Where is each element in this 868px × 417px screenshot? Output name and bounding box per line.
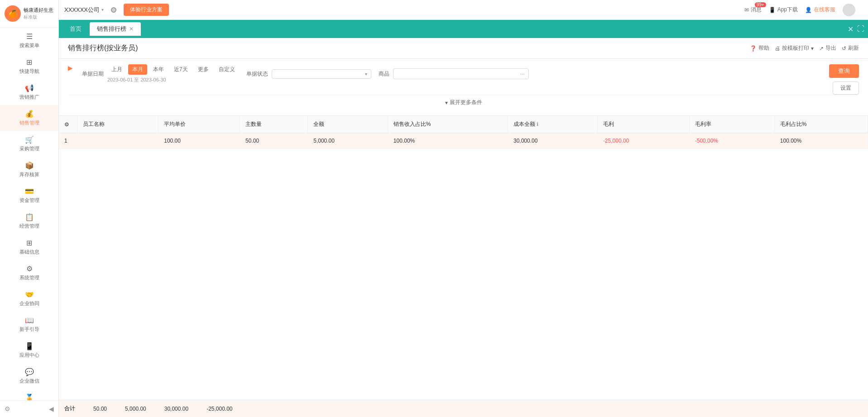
sidebar-item-label: 资金管理 (19, 197, 39, 204)
tab-close-icon[interactable]: ✕ (129, 26, 134, 32)
table-head: ⚙ 员工名称 平均单价 主数量 全额 销售收入占比% 成本全额 ℹ 毛利 毛利率… (59, 116, 868, 133)
sidebar-item-enterprise[interactable]: 🤝 企业协同 (0, 286, 58, 312)
tab-bar-close-icon[interactable]: ✕ (848, 25, 854, 34)
help-label: 帮助 (758, 44, 769, 52)
date-tab-this-year[interactable]: 本年 (149, 64, 168, 75)
header-settings-button[interactable] (107, 4, 120, 16)
sales-icon: 💰 (25, 110, 34, 118)
cell-gross-rate: -500.00% (689, 133, 774, 149)
sidebar-item-shortcut[interactable]: ⊞ 快捷导航 (0, 53, 58, 79)
sidebar-item-purchase[interactable]: 🛒 采购管理 (0, 131, 58, 157)
tab-bar-expand-icon[interactable]: ⛶ (857, 25, 864, 33)
footer-qty: 50.00 (93, 406, 107, 412)
table-row: 1 100.00 50.00 5,000.00 100.00% 30,000.0… (59, 133, 868, 149)
logo-text: 畅康通好生意 (24, 7, 53, 14)
sidebar-item-label: 企业微信 (19, 378, 39, 384)
date-tab-last-month[interactable]: 上月 (107, 64, 126, 75)
cell-amount: 5,000.00 (308, 133, 388, 149)
sidebar-item-apps[interactable]: 📱 应用中心 (0, 337, 58, 363)
sidebar-collapse-icon[interactable]: ◀ (49, 405, 54, 412)
sidebar-item-search[interactable]: ☰ 搜索菜单 (0, 28, 58, 53)
footer-label: 合计 (64, 405, 75, 412)
wechat-icon: 💬 (25, 368, 34, 376)
sidebar-item-marketing[interactable]: 📢 营销推广 (0, 79, 58, 105)
tab-home-label: 首页 (70, 25, 82, 33)
expand-more-button[interactable]: ▾ 展开更多条件 (445, 99, 482, 106)
sidebar-item-basic[interactable]: ⊞ 基础信息 (0, 234, 58, 260)
sidebar: 🍊 畅康通好生意 标准版 ☰ 搜索菜单 ⊞ 快捷导航 📢 营销推广 💰 销售管理… (0, 0, 59, 417)
purchase-icon: 🛒 (25, 135, 34, 144)
refresh-button[interactable]: ↺ 刷新 (842, 44, 859, 52)
print-icon: 🖨 (775, 45, 780, 52)
header-service-button[interactable]: 👤 在线客服 (805, 6, 835, 14)
apps-icon: 📱 (25, 342, 34, 350)
footer-amount-value: 5,000.00 (125, 406, 146, 412)
status-label: 单据状态 (246, 70, 268, 78)
shortcut-icon: ⊞ (26, 58, 32, 67)
col-cost: 成本全额 ℹ (508, 116, 598, 133)
footer-cost: 30,000.00 (164, 406, 188, 412)
print-button[interactable]: 🖨 按模板打印 ▾ (775, 44, 814, 52)
service-icon: 👤 (805, 7, 812, 13)
date-tab-7days[interactable]: 近7天 (170, 64, 192, 75)
page-actions: ❓ 帮助 🖨 按模板打印 ▾ ↗ 导出 ↺ 刷新 (750, 44, 859, 52)
print-chevron-icon: ▾ (811, 45, 814, 52)
sidebar-item-label: 系统管理 (19, 274, 39, 281)
finance-icon: 💳 (25, 187, 34, 196)
tab-home[interactable]: 首页 (62, 22, 89, 36)
date-tab-this-month[interactable]: 本月 (128, 64, 147, 75)
sidebar-item-finance[interactable]: 💳 资金管理 (0, 182, 58, 208)
date-tab-more[interactable]: 更多 (194, 64, 213, 75)
guide-icon: 📖 (25, 316, 34, 325)
date-tabs: 上月 本月 本年 近7天 更多 自定义 (107, 64, 239, 75)
col-gross-rate: 毛利率 (689, 116, 774, 133)
sidebar-item-system[interactable]: ⚙ 系统管理 (0, 260, 58, 286)
filter-settings-button[interactable]: 设置 (833, 81, 859, 95)
table-footer: 合计 50.00 5,000.00 30,000.00 -25,000.00 (59, 400, 868, 417)
footer-qty-value: 50.00 (93, 406, 107, 412)
footer-gross-value: -25,000.00 (206, 406, 232, 412)
export-icon: ↗ (819, 45, 824, 52)
arrow-icon: ▶ (68, 64, 73, 72)
top-header: XXXXXX公司 ▾ 体验行业方案 ✉ 消息 99+ 📱 App下载 👤 在线客… (59, 0, 868, 20)
col-qty: 主数量 (240, 116, 308, 133)
goods-more-icon[interactable]: ··· (520, 71, 525, 77)
logo: 🍊 畅康通好生意 标准版 (0, 0, 58, 28)
cell-gross: -25,000.00 (597, 133, 689, 149)
sidebar-item-label: 采购管理 (19, 145, 39, 152)
header-app-button[interactable]: 📱 App下载 (769, 6, 798, 14)
status-select[interactable]: ▾ (272, 69, 371, 79)
trial-button[interactable]: 体验行业方案 (124, 4, 169, 16)
sidebar-item-member[interactable]: 🏅 畅会员 (0, 389, 58, 400)
page-header: 销售排行榜(按业务员) ❓ 帮助 🖨 按模板打印 ▾ ↗ 导出 ↺ 刷新 (59, 38, 868, 59)
sidebar-item-label: 新手引导 (19, 326, 39, 333)
logo-sub: 标准版 (24, 14, 53, 20)
export-button[interactable]: ↗ 导出 (819, 44, 836, 52)
col-gross-pct: 毛利占比% (774, 116, 868, 133)
sidebar-item-guide[interactable]: 📖 新手引导 (0, 312, 58, 337)
date-tab-custom[interactable]: 自定义 (215, 64, 239, 75)
header-message-button[interactable]: ✉ 消息 99+ (744, 6, 762, 14)
sidebar-settings-icon[interactable]: ⚙ (5, 405, 10, 412)
user-avatar[interactable] (843, 4, 855, 16)
filter-expand-arrow[interactable]: ▶ (68, 64, 73, 72)
inventory-icon: 📦 (25, 161, 34, 170)
cell-gross-pct: 100.00% (774, 133, 868, 149)
company-selector[interactable]: XXXXXX公司 ▾ (64, 6, 104, 14)
data-table: ⚙ 员工名称 平均单价 主数量 全额 销售收入占比% 成本全额 ℹ 毛利 毛利率… (59, 116, 868, 149)
query-button[interactable]: 查询 (829, 64, 859, 78)
help-button[interactable]: ❓ 帮助 (750, 44, 769, 52)
footer-gross: -25,000.00 (206, 406, 232, 412)
sidebar-item-inventory[interactable]: 📦 库存核算 (0, 157, 58, 182)
sidebar-item-label: 销售管理 (19, 120, 39, 126)
page-content: 销售排行榜(按业务员) ❓ 帮助 🖨 按模板打印 ▾ ↗ 导出 ↺ 刷新 (59, 38, 868, 417)
sidebar-item-sales[interactable]: 💰 销售管理 (0, 105, 58, 131)
col-sales-pct: 销售收入占比% (388, 116, 508, 133)
sidebar-item-operations[interactable]: 📋 经营管理 (0, 208, 58, 234)
operations-icon: 📋 (25, 213, 34, 221)
goods-select[interactable]: ··· (393, 68, 529, 79)
service-label: 在线客服 (814, 6, 835, 14)
logo-icon: 🍊 (5, 5, 21, 22)
sidebar-item-wechat[interactable]: 💬 企业微信 (0, 363, 58, 389)
tab-sales-ranking[interactable]: 销售排行榜 ✕ (90, 22, 141, 36)
